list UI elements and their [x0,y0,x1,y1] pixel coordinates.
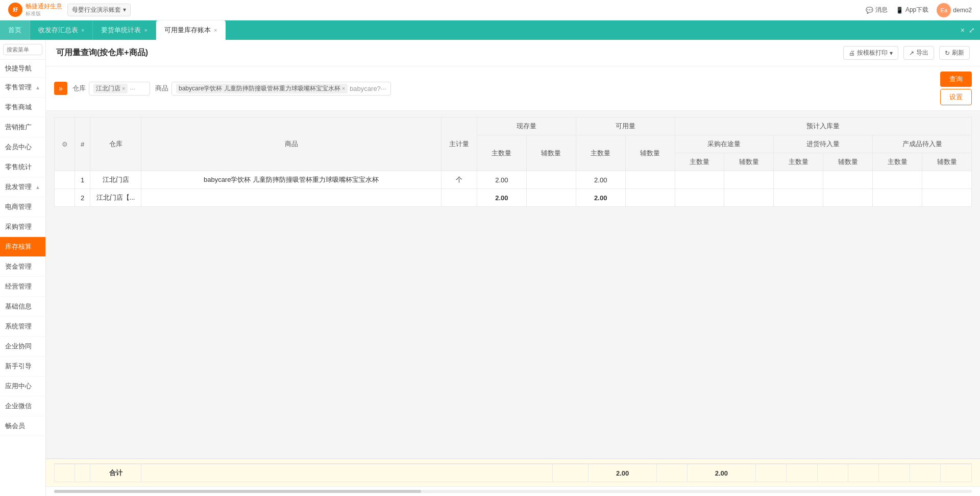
col-settings: ⚙ [55,117,75,171]
refresh-label: 刷新 [952,49,964,57]
sidebar-item-retail-mall[interactable]: 零售商城 [0,98,45,117]
sidebar-item-wholesale-mgmt[interactable]: 批发管理 ▲ [0,177,45,197]
sidebar-label-finance: 资金管理 [5,262,32,271]
col-unit-header: 主计量 [442,117,477,171]
app-download-btn[interactable]: 📱 App下载 [896,6,928,14]
sidebar-item-retail-stats[interactable]: 零售统计 [0,157,45,177]
warehouse-tag-close[interactable]: × [122,85,125,91]
sidebar-item-basics[interactable]: 基础信息 [0,297,45,317]
scroll-thumb [54,490,421,493]
row1-production-aux [922,171,972,189]
total-available-aux [755,464,786,482]
row1-unit: 个 [442,171,477,189]
sidebar-label-basics: 基础信息 [5,302,32,311]
sidebar-item-enterprise-wechat[interactable]: 企业微信 [0,396,45,416]
col-pur-transit-aux-header: 辅数量 [724,153,774,171]
scroll-track[interactable] [54,490,972,493]
page-header: 可用量查询(按仓库+商品) 🖨 按模板打印 ▾ ↗ 导出 ↻ 刷新 [46,40,980,66]
row2-stock-main: 2.00 [477,189,527,207]
tab-expand-icon[interactable]: ⤢ [969,26,975,34]
print-label: 按模板打印 [857,49,888,57]
sidebar-label-inventory: 库存核算 [5,242,32,251]
sidebar-item-finance[interactable]: 资金管理 [0,257,45,277]
tab-home[interactable]: 首页 [0,20,30,40]
row1-index: 1 [75,171,90,189]
main-layout: 快捷导航 零售管理 ▲ 零售商城 营销推广 会员中心 零售统计 批发管理 ▲ 电… [0,40,980,496]
user-profile[interactable]: Ea demo2 [937,3,972,17]
chevron-icon-wholesale: ▲ [35,184,40,190]
sidebar-label-ecommerce: 电商管理 [5,202,32,211]
settings-button[interactable]: 设置 [940,89,972,105]
sidebar-label-enterprise-collab: 企业协同 [5,342,32,351]
print-btn[interactable]: 🖨 按模板打印 ▾ [843,46,898,60]
table-row: 2 江北门店【... 2.00 2.00 [55,189,972,207]
tab-available-stock-label: 可用量库存账本 [164,26,211,35]
col-product-header: 商品 [141,117,442,171]
sidebar-item-retail-mgmt[interactable]: 零售管理 ▲ [0,78,45,98]
row2-stock-aux [526,189,576,207]
sidebar-item-enterprise-collab[interactable]: 企业协同 [0,337,45,357]
warehouse-filter-tags[interactable]: 江北门店 × ··· [89,82,150,96]
search-input[interactable] [3,44,42,55]
sidebar: 快捷导航 零售管理 ▲ 零售商城 营销推广 会员中心 零售统计 批发管理 ▲ 电… [0,40,46,496]
warehouse-ellipsis[interactable]: ··· [130,85,135,92]
sidebar-item-new-guide[interactable]: 新手引导 [0,357,45,376]
filter-warehouse-group: 仓库 江北门店 × ··· [72,82,150,96]
row2-available-aux [625,189,675,207]
total-production-aux [941,464,972,482]
row2-index: 2 [75,189,90,207]
total-settings-cell [55,464,75,482]
sidebar-item-quick-nav[interactable]: 快捷导航 [0,60,45,78]
total-stock-main: 2.00 [589,464,656,482]
product-tag-close[interactable]: × [342,85,345,91]
row1-warehouse: 江北门店 [90,171,141,189]
row2-settings [55,189,75,207]
export-btn[interactable]: ↗ 导出 [903,46,934,60]
row2-unit [442,189,477,207]
col-production-aux-header: 辅数量 [922,153,972,171]
message-btn[interactable]: 💬 消息 [866,6,888,14]
export-label: 导出 [916,49,928,57]
sidebar-item-operations[interactable]: 经营管理 [0,277,45,297]
sidebar-item-vip-member[interactable]: 畅会员 [0,416,45,436]
sidebar-item-ecommerce[interactable]: 电商管理 [0,197,45,217]
tab-order-stats[interactable]: 要货单统计表 × [93,20,156,40]
row1-settings [55,171,75,189]
col-incoming-aux-header: 辅数量 [823,153,873,171]
row2-warehouse: 江北门店【... [90,189,141,207]
total-production-main [910,464,940,482]
logo-text: 畅捷通好生意 [26,3,62,10]
row2-production-main [873,189,922,207]
sidebar-item-marketing[interactable]: 营销推广 [0,117,45,137]
industry-selector[interactable]: 母婴行业演示账套 ▾ [67,4,131,16]
sidebar-item-system[interactable]: 系统管理 [0,317,45,337]
logo-text-block: 畅捷通好生意 标准版 [26,3,62,17]
row1-available-aux [625,171,675,189]
filter-expand-btn[interactable]: » [54,82,67,95]
product-filter-tags[interactable]: babycare学饮杯 儿童防摔防撞吸管杯重力球吸嘴杯宝宝水杯 × babyca… [172,82,391,96]
row1-available-main: 2.00 [576,171,625,189]
refresh-btn[interactable]: ↻ 刷新 [939,46,970,60]
tab-receive-pay[interactable]: 收发存汇总表 × [30,20,93,40]
sidebar-label-new-guide: 新手引导 [5,362,32,371]
col-warehouse-header: 仓库 [90,117,141,171]
app-download-label: App下载 [905,6,928,14]
tab-receive-pay-close[interactable]: × [81,27,84,33]
product-tag-babycare: babycare学饮杯 儿童防摔防撞吸管杯重力球吸嘴杯宝宝水杯 × [176,84,348,93]
tab-available-stock[interactable]: 可用量库存账本 × [156,20,226,40]
row1-stock-main: 2.00 [477,171,527,189]
sidebar-label-wholesale-mgmt: 批发管理 [5,182,32,192]
sidebar-item-purchase-mgmt[interactable]: 采购管理 [0,217,45,237]
sidebar-item-member-center[interactable]: 会员中心 [0,137,45,157]
tab-available-stock-close[interactable]: × [214,27,217,33]
message-label: 消息 [875,6,888,14]
tab-order-stats-close[interactable]: × [144,27,147,33]
sidebar-item-app-center[interactable]: 应用中心 [0,376,45,396]
tab-close-all-icon[interactable]: × [961,26,965,34]
col-index-header: # [75,117,90,171]
row1-incoming-main [774,171,823,189]
sidebar-item-inventory[interactable]: 库存核算 [0,237,45,257]
query-button[interactable]: 查询 [940,72,972,87]
product-ellipsis[interactable]: babycare?··· [350,85,386,92]
settings-icon[interactable]: ⚙ [62,140,68,148]
